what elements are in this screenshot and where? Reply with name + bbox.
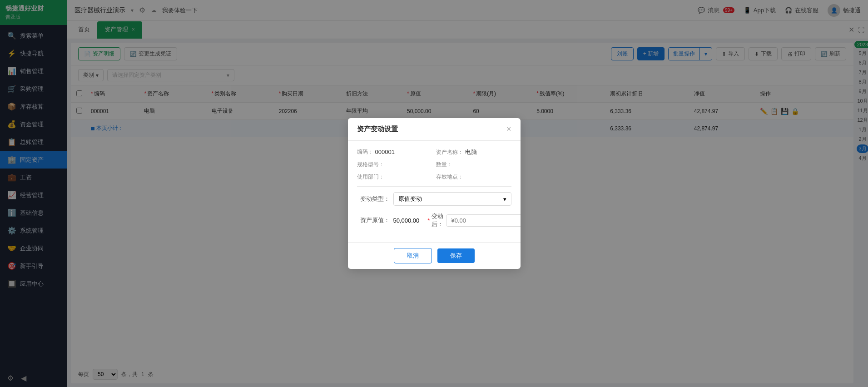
modal-code-value: 000001: [375, 149, 395, 155]
modal-title: 资产变动设置: [357, 125, 398, 134]
required-star: *: [427, 217, 430, 224]
modal-spec-field: 规格型号：: [357, 161, 432, 169]
modal-change-type-row: 变动类型： 原值变动 ▾: [357, 192, 511, 206]
modal-quantity-field: 数量：: [436, 161, 511, 169]
modal-info-section: 编码： 000001 资产名称： 电脑 规格型号：: [357, 148, 511, 181]
modal-asset-name-label: 资产名称：: [436, 149, 463, 156]
modal-department-field: 使用部门：: [357, 173, 432, 181]
asset-change-modal: 资产变动设置 × 编码： 000001 资产名称： 电脑: [348, 118, 521, 269]
modal-original-value-input: 50,000.00: [393, 215, 424, 226]
modal-original-value-label: 资产原值：: [357, 216, 390, 224]
modal-close-btn[interactable]: ×: [506, 124, 511, 134]
modal-header: 资产变动设置 ×: [348, 118, 521, 141]
modal-after-change-input[interactable]: [446, 214, 520, 227]
modal-spec-label: 规格型号：: [357, 161, 384, 169]
modal-overlay: 资产变动设置 × 编码： 000001 资产名称： 电脑: [0, 0, 868, 387]
modal-code-label: 编码：: [357, 148, 373, 156]
modal-location-label: 存放地点：: [436, 173, 463, 181]
modal-original-value-row: 资产原值： 50,000.00 * 变动后：: [357, 212, 511, 228]
save-button[interactable]: 保存: [437, 248, 475, 263]
modal-asset-name-value: 电脑: [465, 148, 477, 156]
modal-department-label: 使用部门：: [357, 173, 384, 181]
cancel-button[interactable]: 取消: [394, 248, 432, 263]
modal-after-change-label: 变动后：: [432, 212, 443, 228]
modal-footer: 取消 保存: [348, 242, 521, 269]
modal-code-field: 编码： 000001: [357, 148, 432, 156]
modal-after-change-wrapper: * 变动后：: [427, 212, 520, 228]
modal-quantity-label: 数量：: [436, 161, 452, 169]
modal-body: 编码： 000001 资产名称： 电脑 规格型号：: [348, 141, 521, 242]
modal-original-value-display: 50,000.00: [393, 217, 420, 224]
modal-divider: [357, 186, 511, 187]
modal-change-type-value: 原值变动: [398, 195, 422, 203]
modal-change-type-label: 变动类型：: [357, 195, 390, 203]
modal-asset-name-field: 资产名称： 电脑: [436, 148, 511, 156]
modal-location-field: 存放地点：: [436, 173, 511, 181]
modal-change-type-select[interactable]: 原值变动 ▾: [393, 192, 511, 206]
modal-change-type-arrow: ▾: [503, 196, 506, 203]
